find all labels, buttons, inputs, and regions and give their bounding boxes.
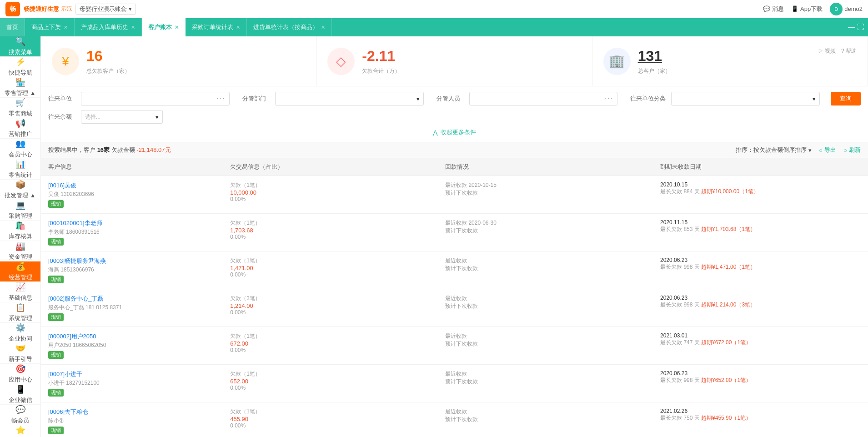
business-icon: 📈 bbox=[15, 282, 25, 292]
overdue-link[interactable]: 超期¥1,471.00（1笔） bbox=[701, 264, 756, 270]
sidebar-item-marketing[interactable]: 📢 营销推广 bbox=[0, 118, 40, 139]
collapse-icon: ⋀ bbox=[433, 129, 438, 136]
due-days: 最长欠款 998 天 超期¥652.00（1笔） bbox=[660, 377, 861, 384]
sidebar-item-member-center[interactable]: 👥 会员中心 bbox=[0, 139, 40, 159]
tab-close-icon[interactable]: ✕ bbox=[64, 25, 68, 30]
sidebar-search[interactable]: 🔍 搜索菜单 bbox=[0, 36, 40, 57]
customer-name-link[interactable]: [0003]畅捷服务尹海燕 bbox=[48, 257, 216, 265]
customer-name-link[interactable]: [0006]去下粮仓 bbox=[48, 408, 216, 416]
quick-nav-icon: ⚡ bbox=[15, 57, 25, 67]
overdue-link[interactable]: 超期¥652.00（1笔） bbox=[701, 377, 751, 383]
customer-name-link[interactable]: [0002]服务中心_丁磊 bbox=[48, 295, 216, 303]
tab-purchase-order[interactable]: 采购订单统计表 ✕ bbox=[186, 18, 247, 36]
due-date: 2021.02.26 bbox=[660, 408, 861, 414]
source-unit-input[interactable]: ··· bbox=[81, 92, 230, 105]
overdue-link[interactable]: 超期¥672.00（1笔） bbox=[701, 339, 751, 346]
customer-contact: 用户2050 18665062050 bbox=[48, 342, 216, 349]
debt-desc: 欠款（1笔） bbox=[230, 370, 431, 378]
maximize-icon[interactable]: ⛶ bbox=[857, 23, 864, 31]
stat-label-owed-amount: 欠款合计（万） bbox=[362, 67, 400, 75]
dept-select[interactable]: ▾ bbox=[275, 92, 424, 105]
sidebar-item-business-mgmt[interactable]: 📈 基础信息 bbox=[0, 282, 40, 302]
collapse-btn[interactable]: ⋀ 收起更多条件 bbox=[48, 128, 861, 136]
sidebar-item-retail-stat[interactable]: 📊 零售统计 bbox=[0, 159, 40, 180]
sidebar-item-system-mgmt[interactable]: ⚙️ 企业协同 bbox=[0, 323, 40, 343]
due-cell: 2020.10.15 最长欠款 884 天 超期¥10,000.00（1笔） bbox=[653, 176, 868, 214]
retail-mgmt-icon: 🏪 bbox=[15, 77, 25, 87]
overdue-link[interactable]: 超期¥1,214.00（3笔） bbox=[701, 301, 756, 308]
sidebar-item-retail-mgmt[interactable]: 🏪 零售管理 ▲ bbox=[0, 77, 40, 98]
customer-name-link[interactable]: [0016]吴俊 bbox=[48, 181, 216, 190]
customer-name-link[interactable]: [000002]用户2050 bbox=[48, 332, 216, 341]
balance-select[interactable]: 选择... ▾ bbox=[81, 110, 163, 124]
sidebar-item-enterprise[interactable]: 🤝 新手引导 bbox=[0, 343, 40, 364]
sidebar-item-label: 畅会员 bbox=[11, 417, 29, 425]
tab-customer-account[interactable]: 客户账本 ✕ bbox=[142, 18, 186, 36]
sidebar-item-batch-mgmt[interactable]: 📦 批发管理 ▲ bbox=[0, 180, 40, 200]
debt-amount: 652.00 bbox=[230, 378, 431, 385]
retail-stat-icon: 📊 bbox=[15, 159, 25, 169]
tab-close-icon[interactable]: ✕ bbox=[321, 25, 325, 30]
overdue-link[interactable]: 超期¥1,703.68（1笔） bbox=[701, 226, 756, 232]
tab-close-icon[interactable]: ✕ bbox=[175, 25, 179, 30]
overdue-link[interactable]: 超期¥10,000.00（1笔） bbox=[701, 188, 759, 195]
table-row: [000002]用户2050 用户2050 18665062050 现销 欠款（… bbox=[41, 327, 868, 365]
stat-info-total-customers: 131 总客户（家） bbox=[638, 48, 671, 75]
stat-icon-diamond: ◇ bbox=[327, 48, 355, 75]
customer-cell: [000002]用户2050 用户2050 18665062050 现销 bbox=[41, 327, 223, 365]
source-unit-more-icon[interactable]: ··· bbox=[216, 95, 225, 103]
due-cell: 2021.03.01 最长欠款 747 天 超期¥672.00（1笔） bbox=[653, 327, 868, 365]
sidebar-item-ecom-mgmt[interactable]: 💻 采购管理 bbox=[0, 200, 40, 221]
customer-name-link[interactable]: [0001020001]李老师 bbox=[48, 219, 216, 227]
stat-card-owed-customers: ¥ 16 总欠款客户（家） bbox=[41, 36, 316, 86]
tab-home-label: 首页 bbox=[6, 23, 18, 31]
tab-home[interactable]: 首页 bbox=[0, 18, 25, 36]
minimize-icon[interactable]: — bbox=[848, 23, 855, 31]
debt-amount: 1,703.68 bbox=[230, 227, 431, 234]
user-profile[interactable]: D demo2 bbox=[830, 3, 863, 15]
sidebar-item-label: 库存核算 bbox=[9, 232, 32, 241]
logo-text: 畅捷通好生意 bbox=[24, 5, 59, 13]
sort-selector[interactable]: 排序：按欠款金额倒序排序 ▾ bbox=[736, 146, 812, 154]
top-header: 畅 畅捷通好生意 示范 母婴行业演示账套 ▾ 💬 消息 📱 App下载 D de… bbox=[0, 0, 868, 18]
sidebar-item-corp-wechat[interactable]: 💬 畅会员 bbox=[0, 405, 40, 425]
overdue-link[interactable]: 超期¥455.90（1笔） bbox=[701, 415, 751, 421]
sidebar-item-finance[interactable]: 💰 经营管理 bbox=[0, 261, 40, 282]
tab-close-icon[interactable]: ✕ bbox=[236, 25, 240, 30]
debt-desc: 欠款（3笔） bbox=[230, 295, 431, 302]
tab-controls: — ⛶ bbox=[844, 23, 868, 31]
col-repayment: 回款情况 bbox=[438, 158, 653, 176]
app-download-btn[interactable]: 📱 App下载 bbox=[791, 5, 823, 13]
sidebar-item-basic-info[interactable]: 📋 系统管理 bbox=[0, 302, 40, 323]
debt-desc: 欠款（1笔） bbox=[230, 181, 431, 189]
content-area: ¥ 16 总欠款客户（家） ◇ -2.11 欠款合计（万） 🏢 131 总客户（… bbox=[41, 36, 868, 437]
sidebar-item-retail-mall[interactable]: 🛒 零售商城 bbox=[0, 98, 40, 118]
message-icon: 💬 bbox=[763, 5, 770, 12]
tab-product-shelf[interactable]: 商品上下架 ✕ bbox=[25, 18, 75, 36]
company-selector[interactable]: 母婴行业演示账套 ▾ bbox=[75, 4, 136, 15]
sidebar-item-inventory[interactable]: 🏭 资金管理 bbox=[0, 241, 40, 261]
tab-goods-stat[interactable]: 进货单统计表（按商品） ✕ bbox=[247, 18, 332, 36]
person-input[interactable]: ··· bbox=[469, 92, 618, 105]
customer-contact: 小进干 18279152100 bbox=[48, 379, 216, 387]
help-btn[interactable]: ? 帮助 bbox=[841, 47, 857, 55]
person-more-icon[interactable]: ··· bbox=[605, 95, 613, 103]
sidebar-item-newbie[interactable]: 🎯 应用中心 bbox=[0, 364, 40, 384]
customer-name-link[interactable]: [0007]小进干 bbox=[48, 370, 216, 378]
table-row: [0003]畅捷服务尹海燕 海燕 18513066976 现销 欠款（1笔） 1… bbox=[41, 251, 868, 289]
repayment-cell: 最近收款 预计下次收款 bbox=[438, 289, 653, 327]
video-btn[interactable]: ▷ 视频 bbox=[818, 47, 836, 55]
sidebar-item-quick-nav[interactable]: ⚡ 快捷导航 bbox=[0, 57, 40, 77]
sidebar-item-vip[interactable]: ⭐ bbox=[0, 425, 40, 437]
sidebar-item-app-center[interactable]: 📱 企业微信 bbox=[0, 384, 40, 405]
tab-product-history[interactable]: 产成品入库单历史 ✕ bbox=[75, 18, 142, 36]
message-btn[interactable]: 💬 消息 bbox=[763, 5, 784, 13]
search-button[interactable]: 查询 bbox=[831, 92, 861, 105]
sidebar-item-label: 零售管理 ▲ bbox=[5, 89, 35, 97]
sidebar-item-purchase-mgmt[interactable]: 🛍️ 库存核算 bbox=[0, 221, 40, 241]
refresh-button[interactable]: ○ 刷新 bbox=[843, 146, 861, 154]
source-category-select[interactable]: ▾ bbox=[671, 92, 820, 105]
tab-close-icon[interactable]: ✕ bbox=[131, 25, 135, 30]
sidebar-item-label: 采购管理 bbox=[9, 212, 32, 220]
export-button[interactable]: ○ 导出 bbox=[819, 146, 836, 154]
